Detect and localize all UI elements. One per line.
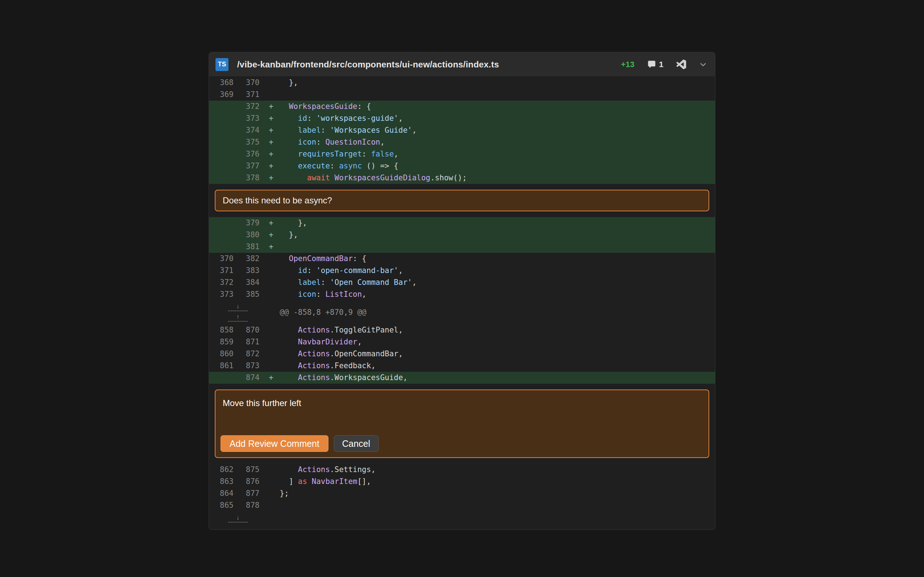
new-line-number: 376 bbox=[236, 148, 262, 160]
vscode-icon bbox=[677, 60, 686, 69]
new-line-number: 872 bbox=[236, 348, 262, 360]
diff-line[interactable]: 858870 Actions.ToggleGitPanel, bbox=[209, 324, 715, 336]
diff-line[interactable]: 370382 OpenCommandBar: { bbox=[209, 253, 715, 265]
diff-line[interactable]: 864877}; bbox=[209, 488, 715, 500]
new-line-number: 871 bbox=[236, 336, 262, 348]
comment-input[interactable]: Move this further left bbox=[223, 398, 701, 409]
code-text: ] as NavbarItem[], bbox=[280, 475, 371, 488]
code-text: Actions.WorkspacesGuide, bbox=[280, 372, 407, 384]
code-text: }, bbox=[280, 217, 307, 229]
expand-down-button[interactable]: ↓ bbox=[228, 303, 247, 311]
arrow-up-icon: ↑ bbox=[236, 314, 240, 320]
chevron-down-icon bbox=[699, 61, 707, 69]
old-line-number: 860 bbox=[209, 348, 236, 360]
new-line-number: 873 bbox=[236, 360, 262, 372]
file-header-actions: +13 1 bbox=[621, 60, 707, 69]
diff-line[interactable]: 863876 ] as NavbarItem[], bbox=[209, 475, 715, 488]
arrow-down-icon: ↓ bbox=[236, 303, 240, 309]
diff-line[interactable]: 373385 icon: ListIcon, bbox=[209, 288, 715, 300]
code-text: }; bbox=[280, 488, 289, 500]
code-text: icon: QuestionIcon, bbox=[280, 136, 385, 148]
new-line-number: 375 bbox=[236, 136, 262, 148]
new-line-number: 877 bbox=[236, 488, 262, 500]
diff-line[interactable]: 375+ icon: QuestionIcon, bbox=[209, 136, 715, 148]
diff-line[interactable]: 874+ Actions.WorkspacesGuide, bbox=[209, 372, 715, 384]
diff-line[interactable]: 859871 NavbarDivider, bbox=[209, 336, 715, 348]
added-marker bbox=[262, 475, 280, 488]
diff-line[interactable]: 860872 Actions.OpenCommandBar, bbox=[209, 348, 715, 360]
diff-line[interactable]: 380+ }, bbox=[209, 229, 715, 241]
added-marker: + bbox=[262, 113, 280, 124]
old-line-number: 372 bbox=[209, 277, 236, 288]
comment-count-badge[interactable]: 1 bbox=[648, 60, 663, 69]
diff-expander: ↓ bbox=[209, 511, 715, 526]
additions-count: +13 bbox=[621, 60, 634, 69]
expand-down-button[interactable]: ↓ bbox=[228, 515, 247, 522]
added-marker bbox=[262, 500, 280, 511]
added-marker bbox=[262, 348, 280, 360]
added-marker bbox=[262, 336, 280, 348]
old-line-number: 864 bbox=[209, 488, 236, 500]
diff-line[interactable]: 377+ execute: async () => { bbox=[209, 160, 715, 172]
added-marker bbox=[262, 324, 280, 336]
old-line-number: 371 bbox=[209, 265, 236, 277]
diff-line[interactable]: 861873 Actions.Feedback, bbox=[209, 360, 715, 372]
review-comment: Does this need to be async? bbox=[215, 190, 709, 211]
code-text: Actions.OpenCommandBar, bbox=[280, 348, 403, 360]
diff-line[interactable]: 372+ WorkspacesGuide: { bbox=[209, 101, 715, 113]
old-line-number bbox=[209, 172, 236, 184]
open-in-vscode-button[interactable] bbox=[677, 60, 686, 69]
diff-line[interactable]: 862875 Actions.Settings, bbox=[209, 464, 715, 475]
add-review-comment-button[interactable]: Add Review Comment bbox=[221, 435, 328, 452]
new-line-number: 870 bbox=[236, 324, 262, 336]
new-line-number: 383 bbox=[236, 265, 262, 277]
diff-line[interactable]: 865878 bbox=[209, 500, 715, 511]
added-marker: + bbox=[262, 229, 280, 241]
diff-line[interactable]: 374+ label: 'Workspaces Guide', bbox=[209, 124, 715, 136]
old-line-number bbox=[209, 113, 236, 124]
code-text: Actions.Settings, bbox=[280, 464, 376, 475]
expand-up-button[interactable]: ↑ bbox=[228, 314, 247, 322]
code-text: requiresTarget: false, bbox=[280, 148, 399, 160]
added-marker: + bbox=[262, 372, 280, 384]
added-marker bbox=[262, 77, 280, 89]
diff-panel: TS /vibe-kanban/frontend/src/components/… bbox=[208, 52, 716, 530]
old-line-number: 865 bbox=[209, 500, 236, 511]
diff-line[interactable]: 378+ await WorkspacesGuideDialog.show(); bbox=[209, 172, 715, 184]
diff-line[interactable]: 376+ requiresTarget: false, bbox=[209, 148, 715, 160]
old-line-number: 858 bbox=[209, 324, 236, 336]
new-line-number: 876 bbox=[236, 475, 262, 488]
review-comment-text: Does this need to be async? bbox=[223, 195, 332, 206]
code-text: NavbarDivider, bbox=[280, 336, 362, 348]
code-text: execute: async () => { bbox=[280, 160, 399, 172]
new-line-number: 385 bbox=[236, 288, 262, 300]
code-text: await WorkspacesGuideDialog.show(); bbox=[280, 172, 467, 184]
old-line-number: 373 bbox=[209, 288, 236, 300]
added-marker bbox=[262, 253, 280, 265]
added-marker: + bbox=[262, 136, 280, 148]
new-line-number: 875 bbox=[236, 464, 262, 475]
added-marker bbox=[262, 89, 280, 101]
expander-dotted-line bbox=[228, 522, 247, 522]
code-text: Actions.ToggleGitPanel, bbox=[280, 324, 403, 336]
expander-gutter: ↓ bbox=[209, 511, 267, 526]
old-line-number bbox=[209, 148, 236, 160]
diff-line[interactable]: 368370 }, bbox=[209, 77, 715, 89]
diff-line[interactable]: 372384 label: 'Open Command Bar', bbox=[209, 277, 715, 288]
new-line-number: 874 bbox=[236, 372, 262, 384]
added-marker: + bbox=[262, 124, 280, 136]
diff-line[interactable]: 379+ }, bbox=[209, 217, 715, 229]
new-line-number: 371 bbox=[236, 89, 262, 101]
old-line-number bbox=[209, 217, 236, 229]
expander-dotted-line bbox=[228, 311, 247, 311]
code-text: }, bbox=[280, 229, 298, 241]
comment-bubble-icon bbox=[648, 60, 656, 69]
diff-line[interactable]: 373+ id: 'workspaces-guide', bbox=[209, 113, 715, 124]
added-marker bbox=[262, 288, 280, 300]
diff-line[interactable]: 371383 id: 'open-command-bar', bbox=[209, 265, 715, 277]
diff-line[interactable]: 369371 bbox=[209, 89, 715, 101]
new-line-number: 373 bbox=[236, 113, 262, 124]
cancel-button[interactable]: Cancel bbox=[334, 435, 379, 452]
diff-line[interactable]: 381+ bbox=[209, 241, 715, 253]
collapse-file-button[interactable] bbox=[699, 61, 707, 69]
